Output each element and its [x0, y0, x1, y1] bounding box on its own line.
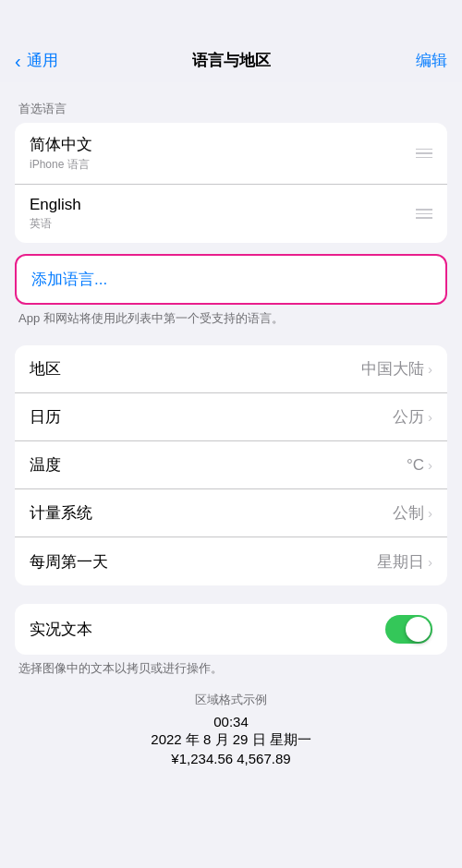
edit-button[interactable]: 编辑: [416, 50, 447, 71]
language-chinese-subtitle: iPhone 语言: [30, 157, 92, 173]
temperature-value: °C: [407, 456, 424, 475]
temperature-value-group: °C ›: [407, 456, 432, 475]
first-weekday-value: 星期日: [377, 551, 424, 573]
first-weekday-row[interactable]: 每周第一天 星期日 ›: [15, 537, 447, 585]
first-weekday-value-group: 星期日 ›: [377, 551, 432, 573]
region-label: 地区: [30, 358, 61, 380]
region-settings-card: 地区 中国大陆 › 日历 公历 › 温度 °C › 计量系统 公: [15, 345, 447, 585]
temperature-row[interactable]: 温度 °C ›: [15, 441, 447, 489]
language-list-card: 简体中文 iPhone 语言 English 英语: [15, 123, 447, 243]
format-numbers: ¥1,234.56 4,567.89: [18, 751, 444, 766]
drag-handle-english[interactable]: [416, 209, 432, 219]
format-time: 00:34: [18, 714, 444, 729]
format-date: 2022 年 8 月 29 日 星期一: [18, 731, 444, 749]
toggle-knob: [406, 617, 431, 642]
language-chinese-info: 简体中文 iPhone 语言: [30, 134, 92, 173]
add-language-row[interactable]: 添加语言...: [15, 254, 447, 305]
live-text-footer: 选择图像中的文本以拷贝或进行操作。: [0, 655, 462, 677]
first-weekday-label: 每周第一天: [30, 551, 108, 573]
first-weekday-chevron-icon: ›: [428, 554, 432, 570]
language-english-title: English: [30, 196, 81, 214]
measurement-chevron-icon: ›: [428, 505, 432, 521]
measurement-value: 公制: [393, 502, 424, 524]
calendar-label: 日历: [30, 406, 61, 428]
language-section-footer: App 和网站将使用此列表中第一个受支持的语言。: [0, 305, 462, 327]
live-text-card: 实况文本: [15, 604, 447, 655]
region-value: 中国大陆: [361, 358, 424, 380]
language-item-english: English 英语: [15, 185, 447, 243]
format-example-title: 区域格式示例: [18, 692, 444, 708]
measurement-label: 计量系统: [30, 502, 92, 524]
calendar-row[interactable]: 日历 公历 ›: [15, 393, 447, 441]
temperature-label: 温度: [30, 454, 61, 476]
language-item-chinese: 简体中文 iPhone 语言: [15, 123, 447, 185]
calendar-value-group: 公历 ›: [393, 406, 432, 428]
region-chevron-icon: ›: [428, 361, 432, 377]
back-chevron-icon: ‹: [15, 52, 21, 70]
language-english-subtitle: 英语: [30, 216, 81, 232]
live-text-toggle[interactable]: [385, 615, 432, 644]
measurement-value-group: 公制 ›: [393, 502, 432, 524]
back-label: 通用: [27, 50, 58, 71]
region-value-group: 中国大陆 ›: [361, 358, 432, 380]
page-title: 语言与地区: [192, 50, 271, 71]
temperature-chevron-icon: ›: [428, 457, 432, 473]
nav-bar: ‹ 通用 语言与地区 编辑: [0, 0, 462, 82]
measurement-row[interactable]: 计量系统 公制 ›: [15, 489, 447, 537]
region-settings-section: 地区 中国大陆 › 日历 公历 › 温度 °C › 计量系统 公: [0, 345, 462, 585]
section-header-language: 首选语言: [0, 101, 462, 123]
language-chinese-title: 简体中文: [30, 134, 92, 155]
live-text-row: 实况文本: [15, 604, 447, 655]
calendar-value: 公历: [393, 406, 424, 428]
live-text-label: 实况文本: [30, 619, 92, 640]
add-language-button[interactable]: 添加语言...: [31, 271, 107, 288]
region-row[interactable]: 地区 中国大陆 ›: [15, 345, 447, 393]
calendar-chevron-icon: ›: [428, 409, 432, 425]
live-text-section: 实况文本 选择图像中的文本以拷贝或进行操作。: [0, 604, 462, 677]
preferred-language-section: 首选语言 简体中文 iPhone 语言 English 英语 添加语言...: [0, 101, 462, 327]
drag-handle-chinese[interactable]: [416, 149, 432, 159]
language-english-info: English 英语: [30, 196, 81, 232]
back-button[interactable]: ‹ 通用: [15, 50, 58, 71]
format-example-section: 区域格式示例 00:34 2022 年 8 月 29 日 星期一 ¥1,234.…: [0, 677, 462, 785]
